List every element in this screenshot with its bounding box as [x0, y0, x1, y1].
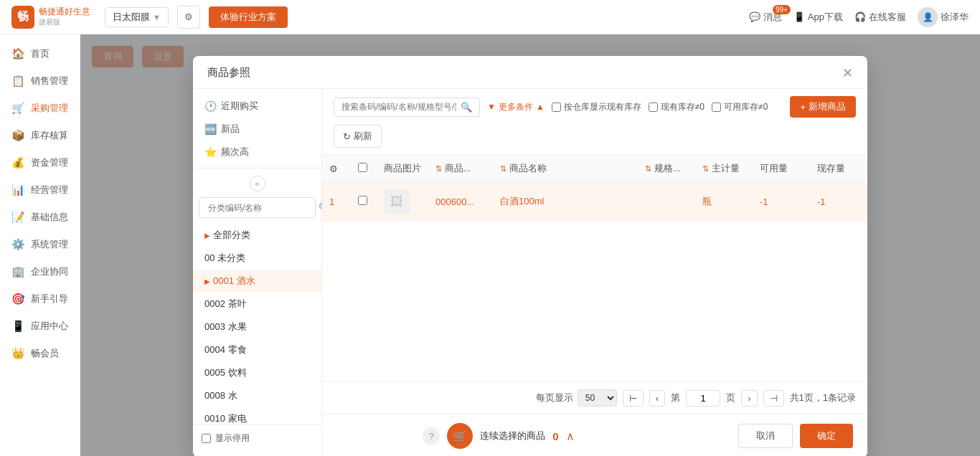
category-search-box[interactable]: 🔍 [199, 197, 316, 218]
sidebar-item-purchase[interactable]: 🛒 采购管理 [0, 95, 80, 122]
user-area[interactable]: 👤 徐泽华 [918, 7, 969, 27]
sidebar-item-member[interactable]: 👑 畅会员 [0, 340, 80, 367]
modal-close-button[interactable]: ✕ [842, 67, 853, 80]
row-check[interactable] [351, 182, 377, 222]
collapse-left-button[interactable]: « [250, 176, 265, 191]
enterprise-icon: 🏢 [11, 265, 25, 278]
logo-text: 畅捷通好生意 [39, 6, 90, 18]
sidebar-item-apps[interactable]: 📱 应用中心 [0, 313, 80, 340]
table-row[interactable]: 1 🖼 000600... 白酒100ml 瓶 [322, 182, 867, 222]
username-label: 徐泽华 [941, 11, 969, 24]
settings-icon[interactable]: ⚙ [177, 6, 200, 29]
sidebar-item-system[interactable]: ⚙️ 系统管理 [0, 231, 80, 258]
category-0002[interactable]: 0002 茶叶 [193, 293, 321, 315]
frequent-nav[interactable]: ⭐ 频次高 [196, 141, 319, 163]
store-name: 日太阳膜 [113, 11, 150, 24]
sidebar-item-home[interactable]: 🏠 首页 [0, 40, 80, 67]
sidebar-label-system: 系统管理 [31, 238, 68, 251]
first-page-button[interactable]: ⊢ [623, 390, 644, 407]
new-product-nav[interactable]: 🆕 新品 [196, 118, 319, 141]
category-00[interactable]: 00 未分类 [193, 247, 321, 270]
col-header-code[interactable]: ⇅ 商品... [428, 156, 493, 182]
usable-stock-checkbox[interactable] [712, 103, 721, 112]
available-stock-checkbox[interactable] [649, 103, 658, 112]
col-header-stock[interactable]: 现存量 [810, 156, 867, 182]
col-header-settings[interactable]: ⚙ [322, 156, 351, 182]
available-stock-filter[interactable]: 现有库存≠0 [649, 101, 705, 113]
select-all-checkbox[interactable] [358, 163, 367, 172]
col-stock-label: 现存量 [817, 163, 845, 174]
product-search-input[interactable] [341, 102, 456, 112]
operations-icon: 📊 [11, 184, 25, 196]
category-0004[interactable]: 0004 零食 [193, 338, 321, 361]
help-icon[interactable]: ? [423, 427, 440, 445]
purchase-icon: 🛒 [11, 102, 25, 115]
col-header-available[interactable]: 可用量 [753, 156, 810, 182]
col-header-unit[interactable]: ⇅ 主计量 [695, 156, 753, 182]
sidebar-item-finance[interactable]: 💰 资金管理 [0, 149, 80, 176]
sidebar-item-operations[interactable]: 📊 经营管理 [0, 176, 80, 204]
category-0005[interactable]: 0005 饮料 [193, 361, 321, 384]
row-checkbox[interactable] [358, 196, 367, 205]
sidebar-item-guide[interactable]: 🎯 新手引导 [0, 285, 80, 313]
message-icon: 💬 [749, 11, 760, 22]
row-seq: 1 [322, 182, 351, 222]
sidebar-label-apps: 应用中心 [31, 320, 68, 333]
chevron-up-icon: ▲ [536, 102, 545, 112]
category-search-input[interactable] [208, 203, 316, 213]
row-available: -1 [753, 182, 810, 222]
row-spec [638, 182, 695, 222]
trial-button[interactable]: 体验行业方案 [209, 6, 288, 28]
per-page-select[interactable]: 50 100 200 [578, 389, 617, 407]
sort-name-icon: ⇅ [500, 164, 507, 173]
add-product-label: 新增商品 [809, 100, 846, 113]
online-service-link[interactable]: 🎧 在线客服 [854, 11, 906, 24]
category-all[interactable]: ▶ 全部分类 [193, 224, 321, 247]
sidebar-label-home: 首页 [31, 47, 50, 60]
page-number-input[interactable] [686, 390, 720, 407]
col-header-name[interactable]: ⇅ 商品名称 [493, 156, 638, 182]
warehouse-stock-checkbox[interactable] [552, 103, 561, 112]
sidebar-item-basic-info[interactable]: 📝 基础信息 [0, 204, 80, 231]
collapse-footer-icon[interactable]: ∧ [566, 429, 575, 443]
category-0003[interactable]: 0003 水果 [193, 315, 321, 338]
system-icon: ⚙️ [11, 238, 25, 251]
more-filter-button[interactable]: ▼ 更多条件 ▲ [487, 101, 545, 113]
usable-stock-filter[interactable]: 可用库存≠0 [712, 101, 768, 113]
category-0010[interactable]: 0010 家电 [193, 407, 321, 424]
store-selector[interactable]: 日太阳膜 ▼ [105, 7, 169, 27]
add-product-button[interactable]: + 新增商品 [790, 96, 856, 118]
col-header-spec[interactable]: ⇅ 规格... [638, 156, 695, 182]
per-page-label: 每页显示 [536, 391, 573, 404]
warehouse-stock-label: 按仓库显示现有库存 [564, 101, 641, 113]
notification-area[interactable]: 💬 消息 99+ [749, 11, 782, 24]
active-arrow-icon: ▶ [204, 277, 210, 285]
prev-page-button[interactable]: ‹ [649, 390, 665, 407]
pagination-bar: 每页显示 50 100 200 ⊢ ‹ 第 页 [322, 381, 867, 414]
sidebar-item-sales[interactable]: 📋 销售管理 [0, 67, 80, 95]
category-0001[interactable]: ▶ 0001 酒水 [193, 270, 321, 293]
headset-icon: 🎧 [854, 11, 866, 22]
cart-button[interactable]: 🛒 [447, 423, 473, 449]
sidebar-item-enterprise[interactable]: 🏢 企业协同 [0, 258, 80, 285]
category-0008[interactable]: 0008 水 [193, 384, 321, 407]
recent-purchase-nav[interactable]: 🕐 近期购买 [196, 95, 319, 118]
next-page-button[interactable]: › [741, 390, 757, 407]
footer-actions: 取消 确定 [738, 424, 853, 448]
product-search-box[interactable]: 🔍 [334, 98, 480, 117]
category-all-label: 全部分类 [213, 229, 250, 242]
warehouse-stock-filter[interactable]: 按仓库显示现有库存 [552, 101, 641, 113]
footer-center: ? 🛒 连续选择的商品 0 ∧ [423, 423, 574, 449]
refresh-button[interactable]: ↻ 刷新 [334, 125, 382, 148]
app-download-link[interactable]: 📱 App下载 [793, 11, 843, 24]
notification-badge: 99+ [773, 5, 791, 14]
cancel-button[interactable]: 取消 [738, 424, 793, 448]
sidebar-item-inventory[interactable]: 📦 库存核算 [0, 122, 80, 149]
per-page-selector[interactable]: 每页显示 50 100 200 [536, 389, 617, 407]
last-page-button[interactable]: ⊣ [763, 390, 784, 407]
confirm-button[interactable]: 确定 [800, 424, 853, 448]
display-disabled-checkbox[interactable] [202, 434, 211, 443]
search-icon[interactable]: 🔍 [461, 102, 472, 113]
modal-left-panel: 🕐 近期购买 🆕 新品 ⭐ 频次高 « [193, 89, 322, 456]
category-0005-label: 0005 饮料 [204, 366, 247, 379]
